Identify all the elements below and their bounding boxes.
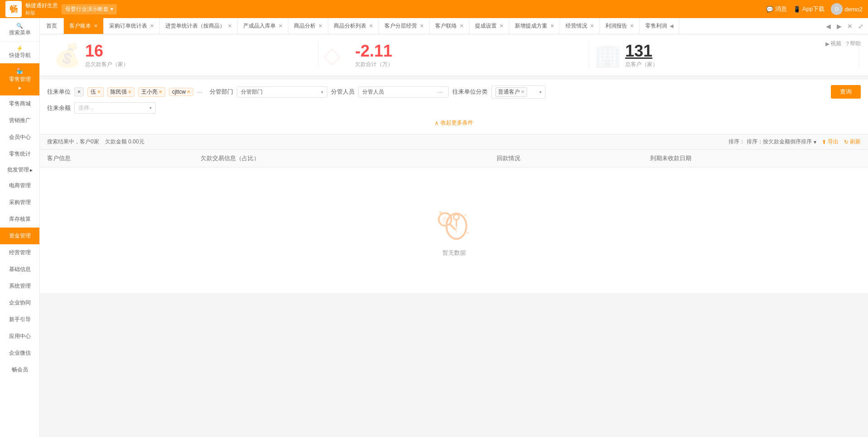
- tab-customer-stratification[interactable]: 客户分层经营 ✕: [379, 18, 430, 34]
- tab-close-icon[interactable]: ✕: [150, 23, 154, 29]
- tab-purchase-stats-by-product[interactable]: 进货单统计表（按商品） ✕: [160, 18, 238, 34]
- export-btn[interactable]: ⬆ 导出: [822, 138, 839, 146]
- tab-product-analysis[interactable]: 商品分析 ✕: [288, 18, 328, 34]
- quick-nav[interactable]: ⚡ 快捷导航: [0, 42, 39, 63]
- tab-home[interactable]: 首页: [40, 18, 64, 34]
- tab-business-situation[interactable]: 经营情况 ✕: [560, 18, 600, 34]
- tab-commission-settings[interactable]: 提成设置 ✕: [470, 18, 509, 34]
- remove-unit-type-btn[interactable]: ×: [521, 89, 524, 95]
- sidebar-item-member-center[interactable]: 会员中心: [0, 129, 39, 146]
- sidebar-item-beginner[interactable]: 新手引导: [0, 311, 39, 328]
- help-btn[interactable]: ? 帮助: [846, 40, 861, 48]
- remove-cj-btn[interactable]: ×: [187, 89, 190, 95]
- content-area: 首页 客户账本 ✕ 采购订单统计表 ✕ 进货单统计表（按商品） ✕ 产成品入库单…: [40, 18, 868, 437]
- unit-type-selector[interactable]: 普通客户 × ▾: [491, 86, 546, 99]
- sidebar-item-inventory[interactable]: 库存核算: [0, 211, 39, 228]
- tab-close-icon[interactable]: ✕: [278, 23, 283, 29]
- query-button[interactable]: 查询: [831, 85, 861, 99]
- tab-close-all[interactable]: ✕: [845, 22, 854, 31]
- app-download-btn[interactable]: 📱 App下载: [793, 5, 825, 13]
- diamond-icon: ◇: [323, 42, 340, 68]
- col-due-date: 到期未收款日期: [643, 150, 868, 167]
- play-icon: ▶: [825, 41, 830, 47]
- balance-selector[interactable]: 选择... ▾: [74, 102, 156, 114]
- refresh-btn[interactable]: ↻ 刷新: [844, 138, 861, 146]
- tab-bar: 首页 客户账本 ✕ 采购订单统计表 ✕ 进货单统计表（按商品） ✕ 产成品入库单…: [40, 18, 868, 34]
- person-filter-label: 分管人员: [331, 88, 355, 96]
- sidebar-item-operations[interactable]: 经营管理: [0, 244, 39, 261]
- unit-tag-group: ×: [74, 87, 84, 96]
- tab-label: 利润报告: [605, 22, 627, 30]
- sidebar-item-app-center[interactable]: 应用中心: [0, 328, 39, 345]
- retail-label: 零售管理: [9, 76, 31, 83]
- search-label: 搜索菜单: [9, 29, 31, 36]
- tab-customer-contact[interactable]: 客户联络 ✕: [430, 18, 470, 34]
- tab-close-icon[interactable]: ✕: [630, 23, 634, 29]
- tab-close-icon[interactable]: ✕: [499, 23, 504, 29]
- sidebar-item-base-info[interactable]: 基础信息: [0, 261, 39, 278]
- tab-maximize[interactable]: ⤢: [856, 22, 865, 31]
- tab-scroll-right[interactable]: ▶: [834, 22, 844, 31]
- sort-selector[interactable]: 排序： 排序：按欠款金额倒序排序 ▾: [729, 138, 816, 146]
- sidebar-item-enterprise-collab[interactable]: 企业协同: [0, 294, 39, 311]
- app-title: 畅捷通好生意: [25, 2, 58, 10]
- logo-text: 畅: [10, 4, 18, 14]
- tab-close-icon[interactable]: ✕: [460, 23, 464, 29]
- dept-selector[interactable]: 分管部门 ▾: [237, 86, 327, 98]
- user-menu[interactable]: D demo2: [831, 3, 863, 15]
- remove-chen-btn[interactable]: ×: [128, 89, 131, 95]
- tab-new-commission[interactable]: 新增提成方案 ✕: [509, 18, 560, 34]
- remove-wang-btn[interactable]: ×: [159, 89, 162, 95]
- building-icon: 🏢: [594, 42, 622, 68]
- unit-type-tag: 普通客户 ×: [495, 87, 527, 97]
- sidebar-search[interactable]: 🔍 搜索菜单: [0, 18, 39, 42]
- empty-text: 暂无数据: [442, 249, 466, 257]
- collapse-btn[interactable]: ∧ 收起更多条件: [433, 117, 475, 128]
- sidebar-item-ecommerce[interactable]: 电商管理: [0, 177, 39, 194]
- unit-tag-wu: 伍 ×: [87, 87, 104, 97]
- person-selector[interactable]: 分管人员 ···: [358, 86, 449, 98]
- video-btn[interactable]: ▶ 视频: [825, 40, 841, 48]
- sidebar-item-system[interactable]: 系统管理: [0, 278, 39, 294]
- tab-close-icon[interactable]: ✕: [94, 23, 98, 29]
- sidebar-item-vip[interactable]: 畅会员: [0, 361, 39, 378]
- tab-customer-ledger[interactable]: 客户账本 ✕: [64, 18, 104, 34]
- tab-close-icon[interactable]: ✕: [318, 23, 322, 29]
- remove-wu-btn[interactable]: ×: [97, 89, 101, 95]
- tab-product-warehousing[interactable]: 产成品入库单 ✕: [238, 18, 288, 34]
- tab-purchase-order-stats[interactable]: 采购订单统计表 ✕: [104, 18, 160, 34]
- tab-close-icon[interactable]: ✕: [369, 23, 373, 29]
- tab-close-icon[interactable]: ◀: [670, 23, 673, 29]
- export-label: 导出: [828, 138, 839, 146]
- sidebar-item-wechat[interactable]: 企业微信: [0, 345, 39, 361]
- stat-debt-total: ◇ -2.11 欠款合计（万）: [319, 42, 589, 68]
- sidebar-item-finance[interactable]: 资金管理: [0, 228, 39, 244]
- tab-product-analysis-list[interactable]: 商品分析列表 ✕: [328, 18, 379, 34]
- username: demo2: [844, 6, 863, 13]
- account-label: 母婴行业演示帐套: [65, 5, 109, 13]
- topbar-left: 畅 畅捷通好生意 标版 母婴行业演示帐套 ▾: [5, 1, 117, 17]
- sidebar-item-retail-mgmt[interactable]: 🏪 零售管理 ▸: [0, 63, 39, 95]
- sidebar-item-retail-stats[interactable]: 零售统计: [0, 146, 39, 162]
- person-dots[interactable]: ···: [436, 88, 445, 95]
- tab-close-icon[interactable]: ✕: [420, 23, 424, 29]
- sidebar-item-purchase[interactable]: 采购管理: [0, 194, 39, 211]
- more-tags-btn[interactable]: ···: [197, 88, 202, 95]
- sidebar-item-retail-mall[interactable]: 零售商城: [0, 95, 39, 112]
- sidebar-item-wholesale-mgmt[interactable]: 批发管理 ▸: [0, 162, 39, 177]
- customers-label: 总客户（家）: [625, 61, 658, 68]
- message-btn[interactable]: 💬 消息: [766, 5, 787, 13]
- tab-scroll-left[interactable]: ◀: [824, 22, 833, 31]
- tab-close-icon[interactable]: ✕: [590, 23, 594, 29]
- tab-retail-profit[interactable]: 零售利润 ◀: [640, 18, 679, 34]
- result-summary: 搜索结果中，客户0家 欠款金额 0.00元: [47, 138, 144, 146]
- collapse-arrow-icon: ∧: [435, 120, 439, 126]
- tab-profit-report[interactable]: 利润报告 ✕: [600, 18, 640, 34]
- tab-close-icon[interactable]: ✕: [228, 23, 232, 29]
- tab-close-icon[interactable]: ✕: [550, 23, 554, 29]
- sidebar-item-marketing[interactable]: 营销推广: [0, 112, 39, 129]
- empty-row: 暂无数据: [40, 167, 868, 294]
- account-selector[interactable]: 母婴行业演示帐套 ▾: [62, 4, 117, 14]
- tab-label: 提成设置: [475, 22, 497, 30]
- unit-wu-label: 伍: [91, 88, 96, 96]
